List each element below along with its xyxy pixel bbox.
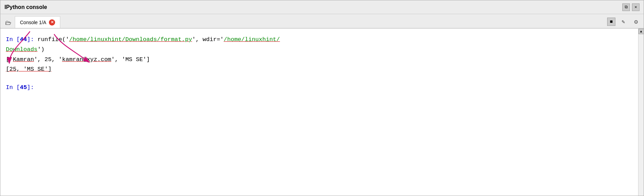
in45-prompt: In [ (6, 84, 20, 91)
pencil-button[interactable]: ✎ (619, 17, 628, 26)
restore-button[interactable]: ⧉ (622, 3, 630, 11)
stop-button[interactable]: ■ (607, 18, 615, 26)
output-mid2: ', 'MS SE'] (111, 56, 150, 63)
in44-prompt: In [ (6, 36, 20, 43)
tab-close-button[interactable]: ✕ (49, 19, 55, 26)
block-separator (6, 74, 635, 79)
toolbar-right: ■ ✎ ⚙ (607, 17, 641, 28)
console-output: In [44]: runfile('/home/linuxhint/Downlo… (6, 35, 635, 92)
scrollbar[interactable]: ▲ (638, 29, 644, 196)
restore-icon: ⧉ (625, 5, 628, 10)
in44-cont-line: Downloads') (6, 45, 635, 54)
in44-prompt-end: ]: (27, 36, 38, 43)
in44-line: In [44]: runfile('/home/linuxhint/Downlo… (6, 35, 635, 44)
in44-wdir: /home/linuxhint/ (224, 36, 280, 43)
output-block: ['Kamran', 25, 'kamran@xyz.com', 'MS SE'… (6, 55, 635, 74)
close-button[interactable]: ✕ (632, 3, 640, 11)
console-content-area[interactable]: In [44]: runfile('/home/linuxhint/Downlo… (0, 29, 644, 196)
output-line2-content: [25, 'MS SE'] (6, 66, 52, 72)
title-bar: IPython console ⧉ ✕ (0, 0, 644, 14)
close-icon: ✕ (634, 4, 637, 10)
title-bar-right: ⧉ ✕ (622, 3, 640, 11)
output-email: kamran@xyz.com (62, 56, 111, 63)
in45-prompt-end: ]: (27, 84, 34, 91)
output-bracket-open: [' (6, 56, 13, 63)
in45-line: In [45]: (6, 83, 635, 92)
new-console-button[interactable]: 🗁 (3, 18, 13, 28)
output-line-2: [25, 'MS SE'] (6, 65, 635, 74)
tab-close-icon: ✕ (51, 20, 54, 24)
in44-close: ') (38, 46, 44, 53)
folder-icon: 🗁 (5, 19, 11, 27)
title-bar-left: IPython console (4, 4, 47, 10)
window-title: IPython console (4, 4, 47, 10)
scrollbar-up-button[interactable]: ▲ (638, 29, 644, 34)
in44-wdir-cont: Downloads (6, 46, 38, 53)
console-wrapper: In [44]: runfile('/home/linuxhint/Downlo… (0, 29, 644, 196)
in44-number: 44 (20, 36, 27, 43)
stop-icon: ■ (610, 19, 613, 24)
in45-number: 45 (20, 84, 27, 91)
output-mid1: ', 25, ' (34, 56, 62, 63)
in44-path: /home/linuxhint/Downloads/format.py (69, 36, 192, 43)
ipython-console-window: IPython console ⧉ ✕ 🗁 Console 1/A ✕ ■ (0, 0, 644, 196)
tab-label: Console 1/A (20, 20, 46, 25)
output-kamran: Kamran (13, 56, 34, 63)
gear-button[interactable]: ⚙ (631, 17, 641, 27)
tab-console-1a[interactable]: Console 1/A ✕ (15, 16, 60, 28)
tab-bar: 🗁 Console 1/A ✕ ■ ✎ ⚙ (0, 14, 644, 29)
in44-wdir-label: ', wdir=' (192, 36, 224, 43)
pencil-icon: ✎ (622, 18, 625, 25)
in44-runfile: runfile(' (38, 36, 69, 43)
output-line-1: ['Kamran', 25, 'kamran@xyz.com', 'MS SE'… (6, 55, 635, 64)
gear-icon: ⚙ (634, 18, 638, 26)
